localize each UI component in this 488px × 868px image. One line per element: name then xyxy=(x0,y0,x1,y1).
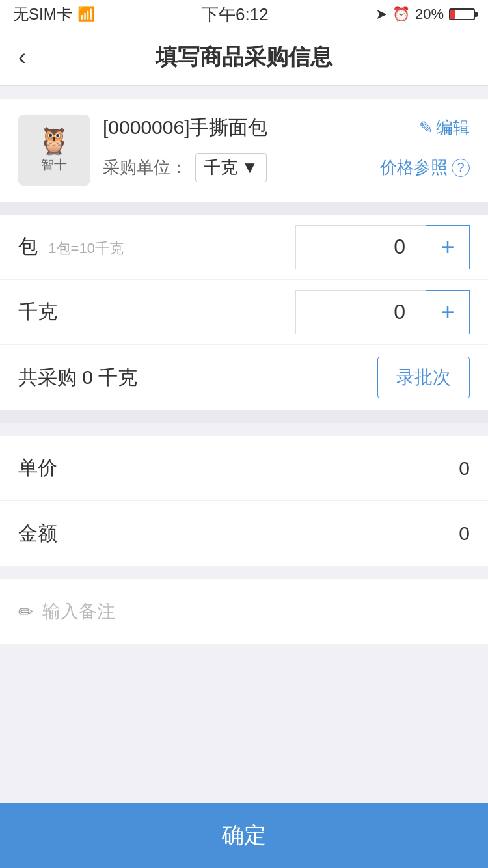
edit-button[interactable]: ✎ 编辑 xyxy=(419,116,470,139)
quantity-plus-button-kg[interactable]: + xyxy=(426,290,470,334)
quantity-label-bao: 包 1包=10千克 xyxy=(18,234,124,260)
quantity-input-kg[interactable] xyxy=(295,290,426,334)
amount-value: 0 xyxy=(459,522,470,545)
location-icon: ➤ xyxy=(375,6,387,23)
quantity-row-kg: 千克 + xyxy=(0,280,488,345)
status-left: 无SIM卡 📶 xyxy=(13,4,95,25)
battery-text: 20% xyxy=(415,6,444,23)
unit-row: 采购单位： 千克 ▼ 价格参照 ? xyxy=(103,153,470,182)
wifi-icon: 📶 xyxy=(77,6,95,23)
alarm-icon: ⏰ xyxy=(392,6,410,23)
quantity-input-wrap-kg: + xyxy=(295,290,470,334)
unit-price-row: 单价 0 xyxy=(0,436,488,501)
price-reference-button[interactable]: 价格参照 ? xyxy=(380,156,470,179)
product-name: [0000006]手撕面包 xyxy=(103,115,267,141)
price-ref-help-icon: ? xyxy=(452,159,470,177)
edit-label: 编辑 xyxy=(436,116,470,139)
page-title: 填写商品采购信息 xyxy=(156,42,332,72)
unit-label: 采购单位： xyxy=(103,156,187,179)
section-divider-1 xyxy=(0,202,488,215)
product-logo-icon: 🦉 xyxy=(38,128,70,154)
carrier-text: 无SIM卡 xyxy=(13,4,72,25)
product-title-row: [0000006]手撕面包 ✎ 编辑 xyxy=(103,115,470,141)
confirm-button-label: 确定 xyxy=(222,821,266,850)
quantity-label-kg: 千克 xyxy=(18,299,122,325)
pencil-icon: ✏ xyxy=(18,601,33,623)
status-right: ➤ ⏰ 20% xyxy=(375,6,475,23)
quantity-input-section: 包 1包=10千克 + 千克 + xyxy=(0,215,488,345)
unit-value: 千克 xyxy=(204,156,237,179)
quantity-input-wrap-bao: + xyxy=(295,225,470,269)
product-info: [0000006]手撕面包 ✎ 编辑 采购单位： 千克 ▼ 价格参照 ? xyxy=(103,115,470,182)
edit-icon: ✎ xyxy=(419,118,433,138)
summary-amount: 0 xyxy=(82,366,93,388)
product-logo-text: 智十 xyxy=(41,156,67,174)
amount-row: 金额 0 xyxy=(0,501,488,566)
summary-label: 共采购 xyxy=(18,366,82,388)
status-time: 下午6:12 xyxy=(202,3,269,26)
unit-price-value: 0 xyxy=(459,457,470,480)
quantity-hint-bao: 1包=10千克 xyxy=(48,240,124,256)
unit-price-label: 单价 xyxy=(18,455,57,481)
main-content: 🦉 智十 [0000006]手撕面包 ✎ 编辑 采购单位： 千克 ▼ xyxy=(0,99,488,722)
battery-icon xyxy=(449,8,475,20)
notes-section[interactable]: ✏ 输入备注 xyxy=(0,579,488,644)
quantity-plus-button-bao[interactable]: + xyxy=(426,225,470,269)
back-button[interactable]: ‹ xyxy=(18,44,26,71)
product-image: 🦉 智十 xyxy=(18,115,90,186)
batch-button[interactable]: 录批次 xyxy=(377,357,470,398)
price-section: 单价 0 金额 0 xyxy=(0,436,488,566)
quantity-row-bao: 包 1包=10千克 + xyxy=(0,215,488,280)
section-divider-2 xyxy=(0,410,488,423)
summary-text: 共采购 0 千克 xyxy=(18,364,137,391)
product-card: 🦉 智十 [0000006]手撕面包 ✎ 编辑 采购单位： 千克 ▼ xyxy=(0,99,488,202)
quantity-input-bao[interactable] xyxy=(295,225,426,269)
dropdown-arrow-icon: ▼ xyxy=(241,157,258,178)
amount-label: 金额 xyxy=(18,521,57,547)
unit-select-dropdown[interactable]: 千克 ▼ xyxy=(195,153,267,182)
summary-row: 共采购 0 千克 录批次 xyxy=(0,345,488,410)
status-bar: 无SIM卡 📶 下午6:12 ➤ ⏰ 20% xyxy=(0,0,488,29)
price-ref-label: 价格参照 xyxy=(380,156,448,179)
nav-bar: ‹ 填写商品采购信息 xyxy=(0,29,488,86)
confirm-button[interactable]: 确定 xyxy=(0,803,488,868)
summary-unit: 千克 xyxy=(93,366,137,388)
back-icon: ‹ xyxy=(18,44,26,70)
notes-placeholder: 输入备注 xyxy=(42,599,115,624)
